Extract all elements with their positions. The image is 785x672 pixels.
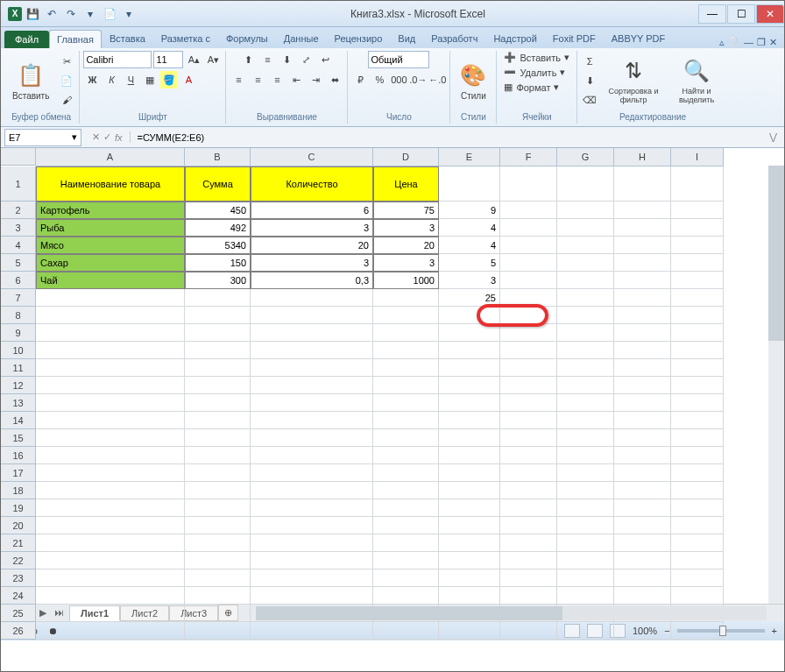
tab-formulas[interactable]: Формулы	[218, 29, 276, 48]
clear-button[interactable]: ⌫	[581, 91, 598, 109]
cell[interactable]	[439, 499, 500, 517]
grid-body[interactable]: Наименование товараСуммаКоличествоЦенаКа…	[36, 166, 724, 640]
cell[interactable]: Количество	[251, 166, 373, 202]
cell[interactable]	[36, 622, 185, 640]
row-header[interactable]: 24	[1, 587, 36, 605]
name-box[interactable]: E7 ▾	[4, 129, 81, 146]
cell[interactable]: 75	[373, 202, 439, 219]
cell[interactable]	[671, 517, 724, 534]
cell[interactable]	[557, 272, 614, 289]
cell[interactable]	[500, 272, 557, 289]
cell[interactable]	[439, 482, 500, 499]
find-select-button[interactable]: 🔍 Найти и выделить	[668, 55, 725, 106]
cell[interactable]	[557, 254, 614, 272]
row-header[interactable]: 11	[1, 359, 36, 377]
cell[interactable]	[36, 377, 185, 394]
cell[interactable]	[671, 377, 724, 394]
cell[interactable]	[185, 412, 251, 429]
cell[interactable]	[251, 307, 373, 324]
cell[interactable]	[557, 377, 614, 394]
cell[interactable]: 20	[373, 237, 439, 254]
cell[interactable]	[36, 342, 185, 359]
tab-addins[interactable]: Надстрой	[485, 29, 544, 48]
cell[interactable]	[251, 622, 373, 640]
cell[interactable]	[614, 307, 671, 324]
cell[interactable]	[557, 569, 614, 587]
row-header[interactable]: 2	[1, 202, 36, 219]
cell[interactable]	[671, 237, 724, 254]
close-button[interactable]: ✕	[756, 4, 784, 24]
cell[interactable]	[671, 464, 724, 482]
cell[interactable]	[557, 166, 614, 202]
tab-review[interactable]: Рецензиро	[327, 29, 391, 48]
tab-home[interactable]: Главная	[49, 30, 102, 48]
cell[interactable]	[36, 394, 185, 412]
cell[interactable]	[671, 534, 724, 552]
cell[interactable]	[251, 324, 373, 342]
tab-view[interactable]: Вид	[390, 29, 423, 48]
col-header-F[interactable]: F	[500, 148, 557, 166]
cell[interactable]	[373, 307, 439, 324]
sort-filter-button[interactable]: ⇅ Сортировка и фильтр	[602, 55, 665, 106]
tab-foxit[interactable]: Foxit PDF	[545, 29, 604, 48]
cell[interactable]	[557, 552, 614, 569]
cell[interactable]	[557, 412, 614, 429]
cell[interactable]	[36, 307, 185, 324]
cell[interactable]	[185, 605, 251, 622]
cell[interactable]	[614, 587, 671, 605]
grow-font-button[interactable]: A▴	[185, 51, 202, 68]
cell[interactable]	[373, 622, 439, 640]
cell[interactable]	[373, 289, 439, 307]
cell[interactable]	[439, 517, 500, 534]
col-header-G[interactable]: G	[557, 148, 614, 166]
cell[interactable]	[439, 429, 500, 447]
cell[interactable]	[671, 447, 724, 464]
vscroll-thumb[interactable]	[768, 166, 784, 341]
tab-abbyy[interactable]: ABBYY PDF	[604, 29, 674, 48]
cell[interactable]: Наименование товара	[36, 166, 185, 202]
cells-format[interactable]: ▦ Формат ▾	[500, 81, 562, 94]
col-header-C[interactable]: C	[251, 148, 373, 166]
cell[interactable]	[373, 482, 439, 499]
cell[interactable]	[439, 342, 500, 359]
cell[interactable]	[557, 517, 614, 534]
cell[interactable]: 450	[185, 202, 251, 219]
cell[interactable]	[500, 202, 557, 219]
cell[interactable]	[557, 237, 614, 254]
cell[interactable]: 1000	[373, 272, 439, 289]
cell[interactable]	[251, 412, 373, 429]
maximize-button[interactable]: ☐	[727, 4, 755, 24]
cell[interactable]: Мясо	[36, 237, 185, 254]
cell[interactable]	[373, 377, 439, 394]
cell[interactable]	[557, 429, 614, 447]
cell[interactable]	[36, 359, 185, 377]
cell[interactable]	[557, 307, 614, 324]
cell[interactable]	[36, 289, 185, 307]
cell[interactable]	[557, 464, 614, 482]
cell[interactable]	[373, 447, 439, 464]
cell[interactable]	[500, 569, 557, 587]
align-middle[interactable]: ≡	[258, 51, 276, 68]
autosum-button[interactable]: Σ	[581, 53, 598, 70]
cell[interactable]	[439, 166, 500, 202]
cell[interactable]: 9	[439, 202, 500, 219]
align-top[interactable]: ⬆	[239, 51, 257, 68]
name-box-dropdown-icon[interactable]: ▾	[72, 131, 77, 143]
cell[interactable]	[251, 569, 373, 587]
cell[interactable]	[439, 464, 500, 482]
cell[interactable]	[373, 552, 439, 569]
minimize-button[interactable]: —	[698, 4, 726, 24]
horizontal-scrollbar[interactable]	[256, 606, 767, 620]
cell[interactable]	[500, 324, 557, 342]
cell[interactable]	[614, 622, 671, 640]
cell[interactable]	[36, 605, 185, 622]
cell[interactable]	[671, 394, 724, 412]
cell[interactable]: 150	[185, 254, 251, 272]
cut-button[interactable]: ✂	[58, 53, 75, 70]
cancel-formula-icon[interactable]: ✕	[92, 131, 100, 143]
cell[interactable]	[185, 394, 251, 412]
cell[interactable]	[671, 569, 724, 587]
cell[interactable]	[557, 587, 614, 605]
cell[interactable]	[251, 482, 373, 499]
cell[interactable]	[500, 237, 557, 254]
